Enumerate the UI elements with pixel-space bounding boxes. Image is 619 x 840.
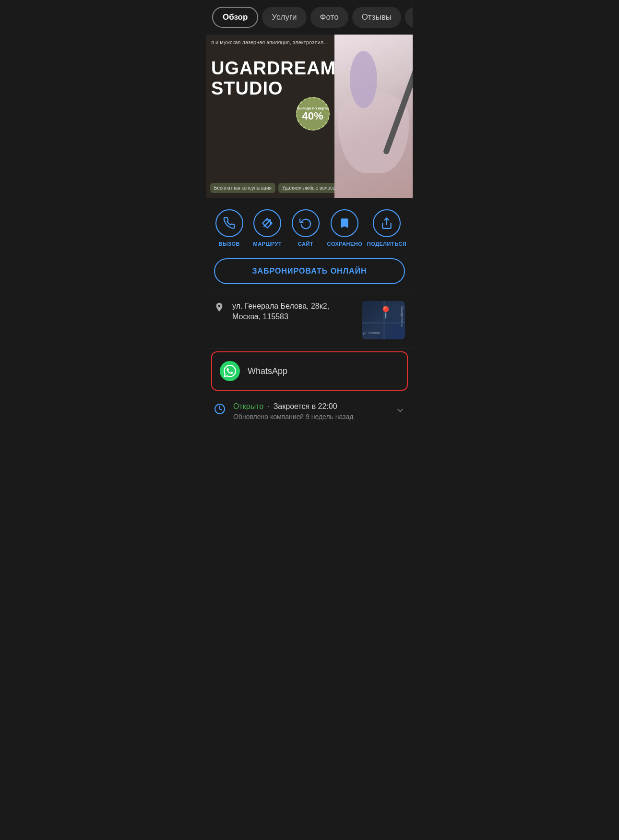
tab-obzor[interactable]: Обзор [212, 7, 258, 28]
whatsapp-icon [220, 361, 240, 381]
tab-foto[interactable]: Фото [310, 7, 348, 28]
discount-badge: выгода по карте 40% [296, 97, 330, 131]
hero-side-image [334, 35, 413, 198]
map-thumbnail[interactable]: Каширское ш. ул. Ясенев 📍 [362, 301, 405, 339]
map-pin: 📍 [379, 306, 393, 319]
clock-icon [214, 403, 226, 418]
route-label: МАРШРУТ [253, 241, 282, 247]
call-label: ВЫЗОВ [219, 241, 240, 247]
whatsapp-row[interactable]: WhatsApp [211, 351, 408, 391]
site-label: САЙТ [298, 241, 313, 247]
info-section: ул. Генерала Белова, 28к2, Москва, 11558… [206, 292, 413, 429]
hours-row[interactable]: Открыто · Закроется в 22:00 Обновлено ко… [206, 394, 413, 429]
refresh-icon [292, 209, 320, 237]
hero-title: UGARDREAM STUDIO [206, 59, 334, 99]
share-icon [373, 209, 401, 237]
book-btn-container: ЗАБРОНИРОВАТЬ ОНЛАЙН [206, 254, 413, 292]
route-button[interactable]: МАРШРУТ [250, 209, 284, 247]
hours-status: Открыто · Закроется в 22:00 [233, 402, 388, 411]
hero-tags: Бесплатная консультацияУдаляем любые вол… [206, 178, 334, 198]
phone-icon [215, 209, 243, 237]
call-button[interactable]: ВЫЗОВ [213, 209, 246, 247]
tab-o-meste[interactable]: О месте [405, 7, 413, 28]
site-button[interactable]: САЙТ [289, 209, 322, 247]
whatsapp-label: WhatsApp [248, 366, 287, 376]
address-text: ул. Генерала Белова, 28к2, Москва, 11558… [232, 302, 329, 321]
hero-subtitle: я и мужская лазерная эпиляция, электроэп… [211, 39, 330, 45]
map-label-vertical: Каширское ш. [401, 306, 404, 327]
book-online-button[interactable]: ЗАБРОНИРОВАТЬ ОНЛАЙН [214, 258, 405, 284]
location-pin-icon [214, 302, 225, 315]
actions-row: ВЫЗОВ МАРШРУТ САЙТ СОХРАНЕНО [206, 198, 413, 254]
saved-label: СОХРАНЕНО [327, 241, 363, 247]
saved-button[interactable]: СОХРАНЕНО [327, 209, 363, 247]
open-status: Открыто [233, 402, 263, 411]
bookmark-icon [331, 209, 358, 237]
map-label-horizontal: ул. Ясенев [363, 331, 380, 335]
hero-section: я и мужская лазерная эпиляция, электроэп… [206, 35, 413, 198]
hero-tag: Удаляем любые волосы более 10 лет [278, 183, 334, 193]
address-content: ул. Генерала Белова, 28к2, Москва, 11558… [232, 301, 354, 323]
tab-nav: ОбзорУслугиФотоОтзывыО месте [206, 0, 413, 35]
address-row[interactable]: ул. Генерала Белова, 28к2, Москва, 11558… [206, 292, 413, 348]
share-button[interactable]: ПОДЕЛИТЬСЯ [367, 209, 406, 247]
status-dot: · [267, 402, 269, 411]
hero-tag: Бесплатная консультация [210, 183, 275, 193]
tab-otzyvy[interactable]: Отзывы [352, 7, 401, 28]
hours-content: Открыто · Закроется в 22:00 Обновлено ко… [233, 402, 388, 420]
share-label: ПОДЕЛИТЬСЯ [367, 241, 406, 247]
hours-updated: Обновлено компанией 9 недель назад [233, 413, 388, 420]
close-time: Закроется в 22:00 [274, 402, 337, 411]
tab-uslugi[interactable]: Услуги [262, 7, 306, 28]
chevron-down-icon[interactable] [395, 406, 405, 418]
hero-main-image: я и мужская лазерная эпиляция, электроэп… [206, 35, 334, 198]
directions-icon [253, 209, 281, 237]
